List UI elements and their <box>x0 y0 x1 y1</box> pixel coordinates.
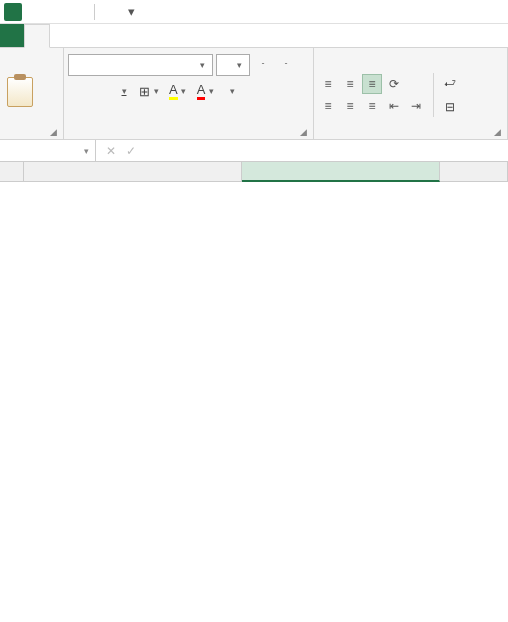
launcher-icon[interactable]: ◢ <box>494 127 501 137</box>
col-header-A[interactable] <box>24 162 242 182</box>
redo-icon[interactable] <box>72 4 88 20</box>
touch-mode-icon[interactable] <box>101 4 117 20</box>
font-size-select[interactable]: ▾ <box>216 54 250 76</box>
tab-data[interactable] <box>146 24 170 47</box>
orientation-icon[interactable]: ⟳ <box>384 74 404 94</box>
phonetic-button[interactable]: ▾ <box>222 80 242 102</box>
formula-bar: ▾ ✕ ✓ <box>0 140 508 162</box>
quick-access-toolbar: ▾ <box>0 0 508 24</box>
cancel-icon[interactable]: ✕ <box>106 144 116 158</box>
font-name-select[interactable]: ▾ <box>68 54 213 76</box>
qat-dropdown-icon[interactable]: ▾ <box>123 4 139 20</box>
ribbon: ◢ ▾ ▾ ˆ ˇ ▾ ⊞▾ A▾ A▾ ▾ ◢ <box>0 48 508 140</box>
group-label-clipboard: ◢ <box>4 135 59 139</box>
decrease-indent-icon[interactable]: ⇤ <box>384 96 404 116</box>
format-painter-icon[interactable] <box>41 106 57 120</box>
ribbon-tabs <box>0 24 508 48</box>
formula-input[interactable] <box>156 140 508 161</box>
tab-page-layout[interactable] <box>74 24 98 47</box>
select-all-corner[interactable] <box>0 162 24 182</box>
copy-icon[interactable] <box>41 86 57 100</box>
tab-home[interactable] <box>24 24 50 48</box>
tab-review[interactable] <box>170 24 194 47</box>
spreadsheet-grid <box>0 162 508 182</box>
tab-view[interactable] <box>194 24 218 47</box>
tab-new[interactable] <box>98 24 122 47</box>
launcher-icon[interactable]: ◢ <box>300 127 307 137</box>
shrink-font-icon[interactable]: ˇ <box>276 54 296 76</box>
border-button[interactable]: ⊞▾ <box>137 80 164 102</box>
align-center-icon[interactable]: ≡ <box>340 96 360 116</box>
merge-icon: ⊟ <box>442 99 458 115</box>
group-font: ▾ ▾ ˆ ˇ ▾ ⊞▾ A▾ A▾ ▾ ◢ <box>64 48 314 139</box>
wrap-icon: ⮐ <box>442 75 458 91</box>
align-middle-icon[interactable]: ≡ <box>340 74 360 94</box>
font-color-button[interactable]: A▾ <box>195 80 220 102</box>
bold-button[interactable] <box>68 80 88 102</box>
grow-font-icon[interactable]: ˆ <box>253 54 273 76</box>
col-header-C[interactable] <box>440 162 508 182</box>
col-header-B[interactable] <box>242 162 440 182</box>
separator <box>94 4 95 20</box>
clipboard-icon <box>7 77 33 107</box>
underline-button[interactable]: ▾ <box>114 80 134 102</box>
tab-formulas[interactable] <box>122 24 146 47</box>
group-alignment: ≡ ≡ ≡ ⟳ ≡ ≡ ≡ ⇤ ⇥ ⮐ ⊟ ◢ <box>314 48 508 139</box>
merge-center-button[interactable]: ⊟ <box>438 97 466 117</box>
group-clipboard: ◢ <box>0 48 64 139</box>
launcher-icon[interactable]: ◢ <box>50 127 57 137</box>
align-bottom-icon[interactable]: ≡ <box>362 74 382 94</box>
paste-button[interactable] <box>4 77 36 109</box>
save-icon[interactable] <box>28 4 44 20</box>
tab-insert[interactable] <box>50 24 74 47</box>
increase-indent-icon[interactable]: ⇥ <box>406 96 426 116</box>
wrap-text-button[interactable]: ⮐ <box>438 73 466 93</box>
tab-file[interactable] <box>0 24 24 47</box>
fill-color-button[interactable]: A▾ <box>167 80 192 102</box>
excel-icon <box>4 3 22 21</box>
align-right-icon[interactable]: ≡ <box>362 96 382 116</box>
enter-icon[interactable]: ✓ <box>126 144 136 158</box>
align-left-icon[interactable]: ≡ <box>318 96 338 116</box>
italic-button[interactable] <box>91 80 111 102</box>
undo-icon[interactable] <box>50 4 66 20</box>
cut-icon[interactable] <box>41 66 57 80</box>
align-top-icon[interactable]: ≡ <box>318 74 338 94</box>
group-label-font: ◢ <box>68 135 309 139</box>
group-label-alignment: ◢ <box>318 135 503 139</box>
name-box[interactable]: ▾ <box>0 140 96 161</box>
